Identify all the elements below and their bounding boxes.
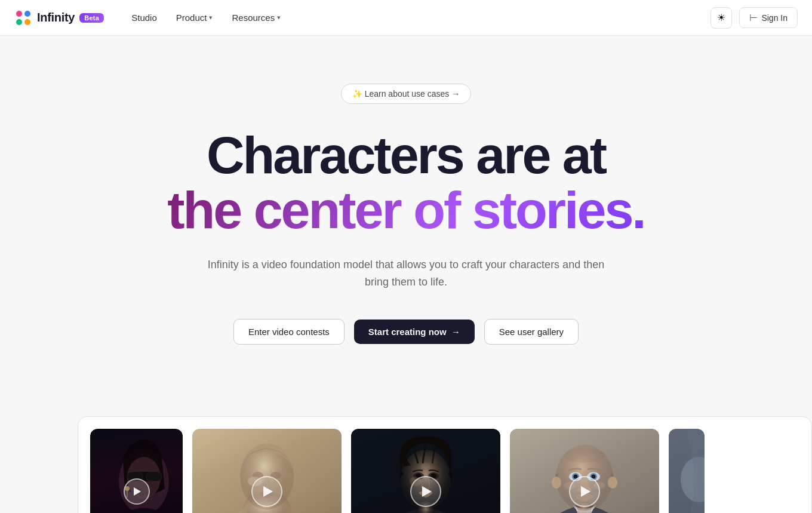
video-card-3[interactable]	[351, 429, 500, 513]
hero-section: ✨ Learn about use cases → Characters are…	[0, 36, 812, 416]
play-button-3[interactable]	[410, 476, 441, 507]
hero-title-line2: the center of stories.	[167, 183, 645, 238]
svg-point-1	[24, 11, 30, 17]
gallery-button[interactable]: See user gallery	[484, 319, 579, 345]
svg-point-26	[421, 463, 430, 469]
theme-toggle-button[interactable]: ☀	[710, 7, 732, 29]
sign-in-button[interactable]: ⊢ Sign In	[739, 7, 798, 28]
video-card-4[interactable]	[510, 429, 659, 513]
play-triangle-2	[263, 486, 273, 497]
svg-point-0	[16, 11, 22, 17]
nav-resources[interactable]: Resources ▾	[223, 9, 289, 26]
hero-subtitle: Infinity is a video foundation model tha…	[203, 256, 609, 291]
play-triangle-3	[422, 486, 432, 497]
play-button-1[interactable]	[124, 478, 150, 505]
logo-icon	[14, 9, 32, 27]
gallery-container	[78, 416, 812, 513]
logo-link[interactable]: Infinity Beta	[14, 9, 104, 27]
beta-badge: Beta	[79, 13, 104, 23]
play-button-2[interactable]	[251, 476, 282, 507]
hero-buttons: Enter video contests Start creating now …	[233, 319, 579, 345]
product-chevron-icon: ▾	[209, 14, 213, 21]
use-cases-pill[interactable]: ✨ Learn about use cases →	[341, 84, 471, 104]
logo-text: Infinity	[37, 11, 75, 24]
contests-button[interactable]: Enter video contests	[233, 319, 345, 345]
navbar: Infinity Beta Studio Product ▾ Resources…	[0, 0, 812, 36]
sun-icon: ☀	[717, 12, 725, 23]
svg-rect-9	[146, 472, 162, 481]
video-card-1[interactable]	[90, 429, 183, 513]
play-button-4[interactable]	[569, 476, 600, 507]
svg-point-3	[24, 19, 30, 25]
hero-title-line1: Characters are at	[167, 128, 645, 183]
gallery-wrapper	[0, 416, 812, 513]
resources-chevron-icon: ▾	[277, 14, 281, 21]
nav-product[interactable]: Product ▾	[168, 9, 222, 26]
play-triangle-1	[134, 487, 141, 496]
hero-title: Characters are at the center of stories.	[167, 128, 645, 238]
nav-right: ☀ ⊢ Sign In	[710, 7, 798, 29]
nav-studio[interactable]: Studio	[123, 9, 165, 26]
video-card-2[interactable]	[192, 429, 342, 513]
nav-links: Studio Product ▾ Resources ▾	[123, 9, 710, 26]
svg-point-30	[564, 449, 605, 463]
svg-point-31	[552, 477, 561, 489]
start-creating-button[interactable]: Start creating now →	[354, 320, 475, 344]
video-card-5[interactable]	[669, 429, 705, 513]
signin-arrow-icon: ⊢	[749, 12, 758, 23]
svg-point-32	[608, 477, 617, 489]
arrow-icon: →	[451, 327, 460, 337]
play-triangle-4	[581, 486, 590, 497]
svg-point-2	[16, 19, 22, 25]
